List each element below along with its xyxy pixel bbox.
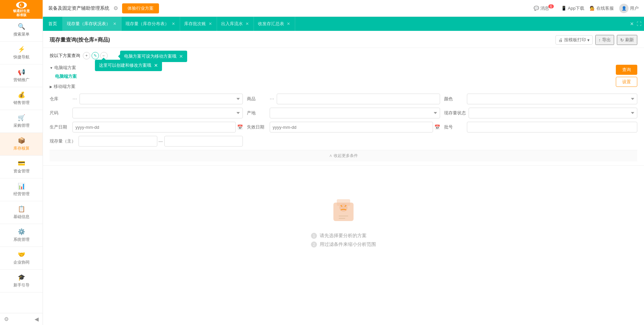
origin-select[interactable] <box>270 108 440 118</box>
tab-collect-summary[interactable]: 收发存汇总表 ✕ <box>254 17 295 31</box>
produce-date-start[interactable] <box>72 122 236 132</box>
empty-state: 1 请先选择要分析的方案 2 用过滤条件来缩小分析范围 <box>43 166 644 274</box>
user-btn[interactable]: 👤 用户 <box>619 4 639 13</box>
sidebar-item-guide[interactable]: 🎓 新手引导 <box>0 270 43 292</box>
online-service-btn[interactable]: 💁 在线客服 <box>590 5 614 11</box>
filter-field-size: 尺码 <box>50 108 243 118</box>
tab-batch-account[interactable]: 库存批次账 ✕ <box>180 17 217 31</box>
tab-inout-flow[interactable]: 出入库流水 ✕ <box>217 17 254 31</box>
svg-point-0 <box>18 2 24 8</box>
refresh-btn[interactable]: ↻ 刷新 <box>617 35 637 45</box>
system-name: 装备及固定资产辅助管理系统 <box>48 5 109 11</box>
template-print-btn[interactable]: 🖨 按模板打印 ▾ <box>555 35 593 45</box>
logo-icon: 6 <box>16 2 27 8</box>
sidebar-item-system[interactable]: ⚙️ 系统管理 <box>0 224 43 247</box>
online-service-label: 在线客服 <box>596 5 614 11</box>
warehouse-select[interactable] <box>79 94 243 104</box>
sidebar-item-label: 新手引导 <box>13 282 30 288</box>
tab-close-all-icon[interactable]: ✕ <box>630 21 634 26</box>
stock-qty-sep: — <box>159 139 163 144</box>
top-header: 装备及固定资产辅助管理系统 ⚙ 体验行业方案 💬 消息 6 📱 App下载 💁 … <box>43 0 644 17</box>
produce-date-cal-icon[interactable]: 📅 <box>237 124 243 130</box>
dropdown-icon: ▾ <box>587 38 590 43</box>
header-settings-icon[interactable]: ⚙ <box>113 5 118 11</box>
svg-text:6: 6 <box>20 3 21 7</box>
goods-dots-icon[interactable]: ··· <box>270 96 274 102</box>
industry-btn[interactable]: 体验行业方案 <box>122 3 159 13</box>
stock-status-select[interactable] <box>469 108 637 118</box>
sidebar-item-quicknav[interactable]: ⚡ 快捷导航 <box>0 42 43 64</box>
service-icon: 💁 <box>590 6 595 11</box>
print-icon: 🖨 <box>558 38 563 43</box>
scheme-edit-popup-close-btn[interactable]: ✕ <box>154 63 158 68</box>
main-area: 装备及固定资产辅助管理系统 ⚙ 体验行业方案 💬 消息 6 📱 App下载 💁 … <box>43 0 644 325</box>
finance-icon: 💳 <box>18 160 25 167</box>
produce-date-label: 生产日期 <box>50 124 70 130</box>
export-btn[interactable]: ↑ 导出 <box>595 35 614 45</box>
tab-inventory-status-close[interactable]: ✕ <box>112 21 117 27</box>
filter-field-goods: 商品 ··· <box>247 94 440 104</box>
goods-input[interactable] <box>277 94 440 104</box>
sidebar-item-inventory[interactable]: 📦 库存核算 <box>0 133 43 156</box>
search-btn[interactable]: 查询 <box>616 65 637 75</box>
scheme-popup-close-btn[interactable]: ✕ <box>179 54 183 59</box>
tab-home-label: 首页 <box>48 21 57 27</box>
tab-fullscreen-icon[interactable]: ⛶ <box>637 21 641 26</box>
refresh-icon: ↻ <box>620 38 624 43</box>
sidebar-item-operations[interactable]: 📊 经营管理 <box>0 178 43 201</box>
tab-inventory-dist[interactable]: 现存量（库存分布表） ✕ <box>121 17 180 31</box>
guide-icon: 🎓 <box>18 274 25 281</box>
tab-inventory-status[interactable]: 现存量（库存状况表） ✕ <box>63 17 121 31</box>
search-icon: 🔍 <box>18 23 25 30</box>
tip-text-2: 用过滤条件来缩小分析范围 <box>320 241 376 248</box>
batch-input[interactable] <box>467 122 637 132</box>
page-header: 现存量查询(按仓库+商品) 🖨 按模板打印 ▾ ↑ 导出 ↻ 刷新 <box>43 31 644 48</box>
sidebar-item-enterprise[interactable]: 🤝 企业协同 <box>0 247 43 270</box>
svg-point-4 <box>339 204 347 212</box>
settings-icon[interactable]: ⚙ <box>4 316 9 322</box>
collapse-sidebar-icon[interactable]: ◀ <box>35 316 39 322</box>
tab-inventory-dist-close[interactable]: ✕ <box>171 21 176 27</box>
scheme-section-mobile-header[interactable]: ▶ 移动端方案 <box>50 82 637 91</box>
filter-field-expire-date: 失效日期 📅 <box>247 122 440 132</box>
basic-icon: 📋 <box>18 205 25 213</box>
stock-qty-min[interactable] <box>78 136 157 147</box>
edit-scheme-btn[interactable]: ✎ <box>92 52 99 59</box>
stock-qty-range: — <box>78 136 243 147</box>
reset-btn[interactable]: 设置 <box>616 77 637 87</box>
header-left: 装备及固定资产辅助管理系统 ⚙ 体验行业方案 <box>48 3 159 13</box>
tip-num-2: 2 <box>311 241 317 248</box>
color-select[interactable] <box>467 94 637 104</box>
scheme-popup-text: 电脑方案可设为移动方案哦 <box>124 53 176 59</box>
empty-illustration <box>327 193 360 226</box>
warehouse-dots-icon[interactable]: ··· <box>72 96 77 102</box>
sidebar-item-finance[interactable]: 💳 资金管理 <box>0 156 43 178</box>
tab-home[interactable]: 首页 <box>43 17 63 31</box>
stock-qty-max[interactable] <box>164 136 243 147</box>
sidebar-item-label: 搜索菜单 <box>13 32 30 37</box>
message-btn[interactable]: 💬 消息 6 <box>534 5 556 11</box>
app-download-btn[interactable]: 📱 App下载 <box>561 5 584 11</box>
expire-date-start[interactable] <box>270 122 433 132</box>
filter-actions: 查询 设置 <box>616 65 637 87</box>
filter-rows: 仓库 ··· 商品 ··· 颜色 <box>50 94 637 147</box>
size-select[interactable] <box>72 108 243 118</box>
expire-date-cal-icon[interactable]: 📅 <box>434 124 440 130</box>
sidebar-item-purchase[interactable]: 🛒 采购管理 <box>0 110 43 133</box>
tab-inout-flow-close[interactable]: ✕ <box>245 21 250 27</box>
template-print-label: 按模板打印 <box>564 37 586 43</box>
tab-collect-summary-close[interactable]: ✕ <box>286 21 291 27</box>
filter-field-stock-qty: 现存量（主） — <box>50 136 243 147</box>
collapse-bar[interactable]: ∧ 收起更多条件 <box>50 150 637 161</box>
sidebar-item-label: 资金管理 <box>13 168 30 174</box>
goods-label: 商品 <box>247 96 267 102</box>
sidebar-item-sales[interactable]: 💰 销售管理 <box>0 87 43 110</box>
sidebar-item-basic[interactable]: 📋 基础信息 <box>0 201 43 224</box>
sidebar-item-search[interactable]: 🔍 搜索菜单 <box>0 19 43 42</box>
sidebar-item-marketing[interactable]: 📢 营销推广 <box>0 64 43 87</box>
tab-batch-account-label: 库存批次账 <box>184 21 206 27</box>
add-scheme-btn[interactable]: + <box>83 52 90 59</box>
sidebar-item-label: 企业协同 <box>13 260 30 265</box>
scheme-item-desktop[interactable]: 电脑端方案 <box>50 72 637 81</box>
tab-batch-account-close[interactable]: ✕ <box>208 21 213 27</box>
